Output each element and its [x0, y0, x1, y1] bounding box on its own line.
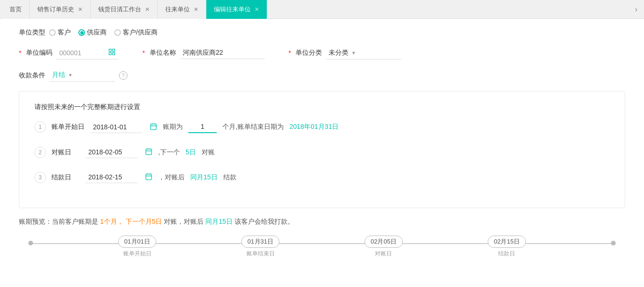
settings-section: 请按照未来的一个完整帐期进行设置 1 账单开始日 账期为 个月,账单结束日期为 …	[19, 91, 625, 208]
timeline-point-1: 01月01日 账单开始日	[118, 236, 156, 258]
reconcile-prefix: ,下一个	[158, 148, 180, 157]
unit-code-input-wrapper	[56, 46, 119, 59]
timeline-container: 01月01日 账单开始日 01月31日 账单结束日 02月05日 对账日 02月…	[19, 236, 625, 258]
reconcile-date-label: 对账日	[51, 148, 80, 157]
unit-code-input[interactable]	[59, 49, 106, 57]
start-date-input[interactable]	[90, 121, 142, 133]
timeline-date-1: 01月01日	[118, 236, 156, 248]
unit-classification-select[interactable]: 未分类 ▾	[326, 47, 401, 59]
unit-code-scan-icon[interactable]	[108, 48, 116, 57]
radio-customer-circle	[49, 29, 56, 36]
radio-supplier[interactable]: 供应商	[78, 28, 107, 37]
preview-suffix: 该客户会给我打款。	[235, 218, 294, 225]
section-title: 请按照未来的一个完整帐期进行设置	[34, 103, 610, 111]
customer-supplier-label: 客户/供应商	[123, 28, 158, 37]
customer-label: 客户	[58, 28, 71, 37]
preview-prefix: 账期预览：当前客户账期是	[19, 218, 98, 225]
timeline-end-dot	[611, 236, 616, 245]
payment-date-calendar-icon[interactable]	[145, 173, 153, 182]
payment-condition-group: 收款条件 月结 ▾ ?	[19, 69, 127, 82]
unit-name-required: *	[142, 49, 144, 57]
preview-next: 下一个月5日	[126, 218, 162, 225]
radio-customer-supplier[interactable]: 客户/供应商	[114, 28, 158, 37]
svg-rect-3	[109, 52, 111, 55]
preview-settle: 同月15日	[205, 218, 233, 225]
payment-condition-help[interactable]: ?	[119, 71, 127, 80]
radio-supplier-circle	[78, 29, 85, 36]
unit-type-group: 单位类型 客户 供应商 客户/供应商	[19, 28, 158, 37]
payment-date-input[interactable]	[85, 171, 137, 183]
period-end-date: 2018年01月31日	[289, 123, 339, 131]
svg-rect-8	[146, 149, 152, 155]
close-sales-order-history[interactable]: ✕	[78, 6, 83, 13]
tab-sales-order-history[interactable]: 销售订单历史 ✕	[30, 0, 91, 19]
tab-cashflow-workbench[interactable]: 钱货日清工作台 ✕	[91, 0, 158, 19]
tab-home[interactable]: 首页	[2, 0, 30, 19]
start-date-calendar-icon[interactable]	[150, 123, 157, 132]
payment-condition-select[interactable]: 月结 ▾	[49, 69, 115, 82]
unit-name-label: 单位名称	[150, 49, 176, 57]
payment-condition-row: 收款条件 月结 ▾ ?	[19, 69, 625, 82]
svg-rect-2	[113, 52, 115, 55]
unit-code-label: 单位编码	[26, 49, 52, 57]
timeline-label-1: 账单开始日	[123, 250, 152, 258]
tab-bar: 首页 销售订单历史 ✕ 钱货日清工作台 ✕ 往来单位 ✕ 编辑往来单位 ✕ ›	[0, 0, 644, 19]
unit-classification-group: * 单位分类 未分类 ▾	[288, 47, 401, 59]
timeline-point-3: 02月05日 对账日	[364, 236, 403, 258]
payment-condition-chevron: ▾	[69, 72, 72, 78]
setting-row-1: 1 账单开始日 账期为 个月,账单结束日期为 2018年01月31日	[34, 121, 610, 133]
svg-rect-12	[146, 174, 152, 180]
unit-type-row: 单位类型 客户 供应商 客户/供应商	[19, 28, 625, 37]
timeline-point-2: 01月31日 账单结束日	[241, 236, 280, 258]
unit-classification-label: 单位分类	[296, 49, 322, 57]
period-unit-text: 个月,账单结束日期为	[222, 123, 284, 131]
tab-more-button[interactable]: ›	[630, 5, 642, 14]
row-number-3: 3	[34, 172, 46, 183]
tab-partner-units[interactable]: 往来单位 ✕	[158, 0, 206, 19]
row-number-2: 2	[34, 147, 46, 158]
payment-date-label: 结款日	[51, 173, 80, 182]
unit-info-row: * 单位编码 * 单位名称 * 单位分类 未分类 ▾	[19, 46, 625, 59]
main-content: 单位类型 客户 供应商 客户/供应商 * 单位编码	[0, 19, 644, 287]
reconcile-date-input[interactable]	[85, 146, 137, 158]
supplier-label: 供应商	[87, 28, 107, 37]
timeline-point-4: 02月15日 结款日	[488, 236, 526, 258]
unit-code-required: *	[19, 49, 21, 57]
unit-name-group: * 单位名称	[142, 47, 264, 59]
radio-customer[interactable]: 客户	[49, 28, 71, 37]
unit-classification-chevron: ▾	[352, 50, 355, 56]
unit-code-group: * 单位编码	[19, 46, 119, 59]
timeline-date-4: 02月15日	[488, 236, 526, 248]
payment-highlight: 同月15日	[190, 173, 218, 182]
unit-type-label: 单位类型	[19, 28, 45, 37]
tab-edit-partner-units[interactable]: 编辑往来单位 ✕	[206, 0, 267, 19]
radio-customer-supplier-circle	[114, 29, 121, 36]
start-date-label: 账单开始日	[51, 123, 85, 131]
timeline-label-3: 对账日	[375, 250, 392, 258]
setting-row-2: 2 对账日 ,下一个5日 对账	[34, 146, 610, 158]
preview-middle: 对账，对账后	[164, 218, 203, 225]
close-cashflow-workbench[interactable]: ✕	[145, 6, 150, 13]
unit-classification-required: *	[288, 49, 291, 57]
timeline-date-3: 02月05日	[364, 236, 403, 248]
timeline-label-2: 账单结束日	[246, 250, 275, 258]
close-edit-partner-units[interactable]: ✕	[254, 6, 259, 13]
svg-rect-1	[113, 49, 115, 51]
preview-period: 1个月，	[100, 218, 124, 225]
row-number-1: 1	[34, 121, 46, 133]
close-partner-units[interactable]: ✕	[194, 6, 198, 13]
svg-rect-4	[151, 124, 156, 129]
unit-type-radio-group: 客户 供应商 客户/供应商	[49, 28, 158, 37]
period-for-label: 账期为	[163, 123, 183, 131]
unit-name-input[interactable]	[180, 47, 265, 59]
payment-prefix: ，对账后	[158, 173, 185, 182]
svg-rect-0	[109, 49, 111, 51]
payment-condition-label: 收款条件	[19, 71, 45, 80]
reconcile-date-calendar-icon[interactable]	[145, 148, 153, 157]
unit-classification-value: 未分类	[329, 49, 348, 57]
reconcile-suffix: 对账	[202, 148, 215, 157]
timeline-label-4: 结款日	[498, 250, 515, 258]
reconcile-highlight: 5日	[186, 148, 196, 157]
payment-suffix: 结款	[223, 173, 237, 182]
period-value-input[interactable]	[188, 121, 217, 133]
